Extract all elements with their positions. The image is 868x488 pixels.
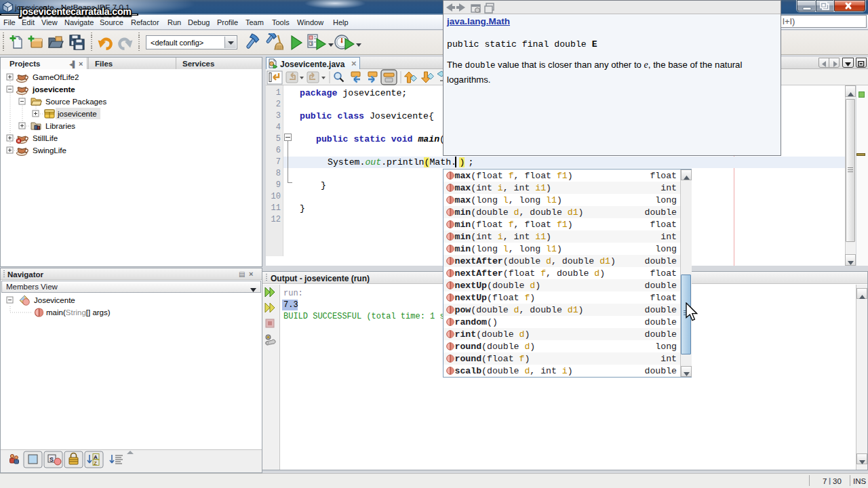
svg-text:GameOfLife2: GameOfLife2 xyxy=(33,73,79,81)
svg-text:josevicente: josevicente xyxy=(32,85,75,94)
svg-text:josevicentecarratala.com: josevicentecarratala.com xyxy=(19,6,132,17)
svg-text:3: 3 xyxy=(310,41,313,46)
svg-text:StillLife: StillLife xyxy=(33,134,58,142)
svg-text:Libraries: Libraries xyxy=(45,122,75,130)
svg-text:josevicente: josevicente xyxy=(57,110,97,118)
svg-text:SwingLife: SwingLife xyxy=(33,146,66,155)
svg-text:Source Packages: Source Packages xyxy=(45,98,106,106)
svg-text:main(String[] args): main(String[] args) xyxy=(46,308,111,317)
svg-text:S: S xyxy=(50,456,54,463)
svg-text:Josevicente: Josevicente xyxy=(34,296,75,304)
